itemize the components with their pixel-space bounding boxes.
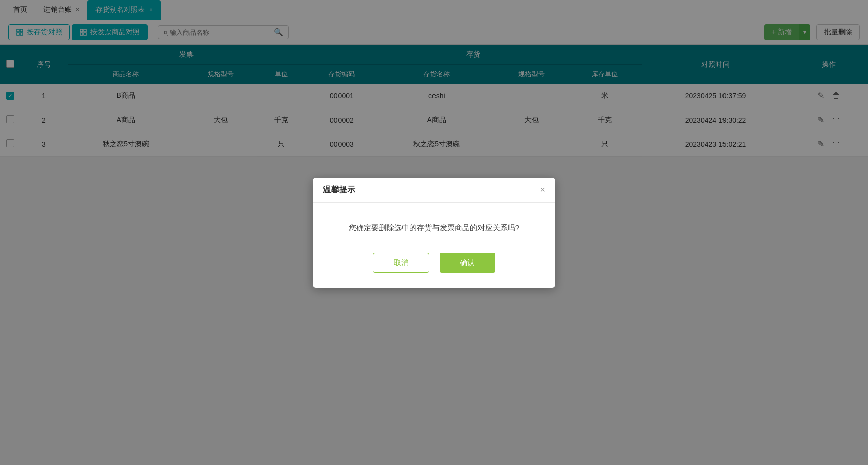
dialog-overlay: 温馨提示 × 您确定要删除选中的存货与发票商品的对应关系吗? 取消 确认 xyxy=(0,0,868,157)
